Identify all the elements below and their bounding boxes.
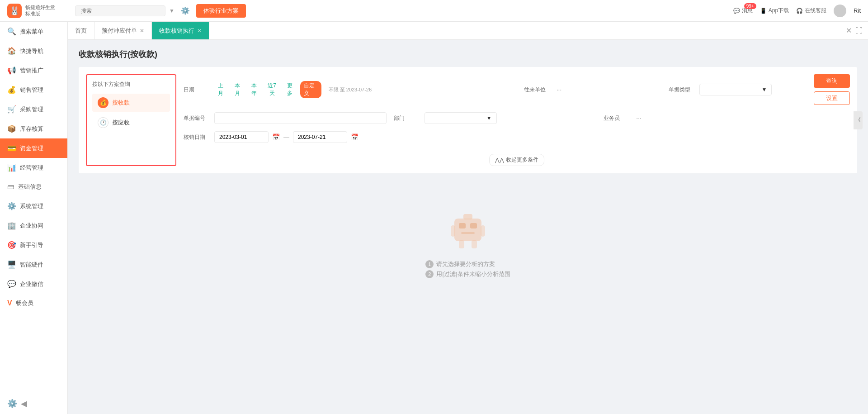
tab-bar-actions: ✕ ⛶ <box>840 26 868 35</box>
custom-tag[interactable]: 自定义 <box>300 81 321 98</box>
message-button[interactable]: 💬 消息 99+ <box>733 7 753 14</box>
query-button[interactable]: 查询 <box>814 74 850 88</box>
filter-panel-collapse-button[interactable]: 《 <box>854 111 863 129</box>
wechat-icon: 💬 <box>7 280 16 288</box>
dept-select[interactable]: ▼ <box>425 112 497 124</box>
filter-option-by-receipt[interactable]: 💰 按收款 <box>92 94 170 112</box>
sidebar-item-quick-nav[interactable]: 🏠 快捷导航 <box>0 41 67 61</box>
sidebar-item-enterprise[interactable]: 🏢 企业协同 <box>0 216 67 235</box>
service-icon: 🎧 <box>796 8 803 14</box>
filter-settings-button[interactable]: 设置 <box>814 91 850 105</box>
dropdown-arrow-icon[interactable]: ▼ <box>169 8 175 14</box>
collapse-up-icon: ⋀⋀ <box>495 157 504 163</box>
writeoff-date-group: 核销日期 📅 — 📅 <box>184 131 850 143</box>
writeoff-end-input[interactable] <box>293 131 347 143</box>
page-content: 收款核销执行(按收款) ↑ 导出 ↺ 刷新 按以下方案查询 💰 按收款 <box>68 40 868 414</box>
sidebar-settings-button[interactable]: ⚙️ <box>7 399 17 409</box>
this-month-button[interactable]: 本月 <box>231 81 244 98</box>
sidebar-item-label: 企业协同 <box>20 222 43 230</box>
last-7-days-button[interactable]: 近7天 <box>264 81 280 98</box>
search-icon: 🔍 <box>7 27 16 36</box>
receipt-icon: 💰 <box>98 97 108 108</box>
doc-no-group: 单据编号 <box>184 112 387 124</box>
sidebar-item-label: 采购管理 <box>20 105 43 114</box>
tab-receipt-writeoff[interactable]: 收款核销执行 ✕ <box>152 22 209 39</box>
svg-rect-7 <box>459 240 464 248</box>
online-service-button[interactable]: 🎧 在线客服 <box>796 7 826 14</box>
sidebar-item-guide[interactable]: 🎯 新手引导 <box>0 235 67 255</box>
collapse-conditions-button[interactable]: ⋀⋀ 收起更多条件 <box>489 154 544 166</box>
svg-rect-0 <box>454 219 481 241</box>
svg-rect-1 <box>459 223 466 228</box>
staff-label: 业务员 <box>604 114 631 122</box>
sidebar-item-wechat[interactable]: 💬 企业微信 <box>0 274 67 294</box>
date-group: 日期 上月 本月 本年 近7天 更多 自定义 <box>184 81 321 98</box>
doc-no-input[interactable] <box>214 112 387 124</box>
doc-type-label: 单据类型 <box>669 86 696 94</box>
tab-home[interactable]: 首页 <box>68 22 94 39</box>
more-button[interactable]: 更多 <box>283 81 297 98</box>
sidebar-item-label: 系统管理 <box>20 202 43 210</box>
date-separator: — <box>283 134 289 141</box>
sidebar-item-hardware[interactable]: 🖥️ 智能硬件 <box>0 255 67 274</box>
svg-rect-2 <box>470 223 477 228</box>
tab-prepay-close[interactable]: ✕ <box>140 28 144 34</box>
sidebar-item-operation[interactable]: 📊 经营管理 <box>0 158 67 177</box>
sidebar-item-purchase[interactable]: 🛒 采购管理 <box>0 100 67 119</box>
user-name: Rit <box>854 7 861 14</box>
member-icon: V <box>7 299 12 307</box>
collapse-conditions: ⋀⋀ 收起更多条件 <box>184 154 850 166</box>
date-label: 日期 <box>184 86 211 94</box>
industry-button[interactable]: 体验行业方案 <box>196 4 246 18</box>
sidebar-item-marketing[interactable]: 📢 营销推广 <box>0 61 67 80</box>
tab-expand-button[interactable]: ⛶ <box>855 27 863 35</box>
tab-receipt-writeoff-close[interactable]: ✕ <box>197 28 202 34</box>
enterprise-icon: 🏢 <box>7 221 16 230</box>
dept-group: 部门 ▼ <box>394 112 597 124</box>
filter-form: 日期 上月 本月 本年 近7天 更多 自定义 不限 至 2023-07-26 <box>184 74 850 166</box>
sidebar-item-inventory[interactable]: 📦 库存核算 <box>0 119 67 138</box>
doc-type-group: 单据类型 ▼ <box>669 84 807 95</box>
app-download-button[interactable]: 📱 App下载 <box>760 7 789 14</box>
tip-num-1: 1 <box>425 260 434 268</box>
sidebar-item-finance[interactable]: 💳 资金管理 <box>0 138 67 158</box>
hardware-icon: 🖥️ <box>7 260 16 269</box>
sidebar-item-sales[interactable]: 💰 销售管理 <box>0 80 67 100</box>
sidebar-item-system[interactable]: ⚙️ 系统管理 <box>0 196 67 216</box>
sidebar-item-label: 营销推广 <box>20 67 43 75</box>
calendar-end-icon[interactable]: 📅 <box>351 133 359 141</box>
avatar[interactable] <box>834 5 846 17</box>
message-badge: 99+ <box>744 3 756 9</box>
staff-more-button[interactable]: ··· <box>634 114 643 122</box>
tab-prepay[interactable]: 预付冲应付单 ✕ <box>94 22 152 39</box>
search-input[interactable] <box>75 5 165 16</box>
this-year-button[interactable]: 本年 <box>248 81 261 98</box>
tab-bar: 首页 预付冲应付单 ✕ 收款核销执行 ✕ ✕ ⛶ <box>68 22 868 40</box>
sidebar-collapse-button[interactable]: ◀ <box>21 399 27 409</box>
finance-icon: 💳 <box>7 144 16 152</box>
sidebar-item-basic[interactable]: 🗃 基础信息 <box>0 177 67 196</box>
counterpart-more-button[interactable]: ··· <box>555 86 564 93</box>
date-shortcuts: 上月 本月 本年 近7天 更多 自定义 <box>214 81 321 98</box>
sidebar-bottom: ⚙️ ◀ <box>0 393 67 414</box>
calendar-start-icon[interactable]: 📅 <box>272 133 280 141</box>
writeoff-date-range: 📅 — 📅 <box>214 131 359 143</box>
writeoff-date-label: 核销日期 <box>184 133 211 141</box>
settings-icon[interactable]: ⚙️ <box>178 4 193 18</box>
filter-option-by-receivable[interactable]: 🕐 按应收 <box>92 114 170 132</box>
last-month-button[interactable]: 上月 <box>214 81 227 98</box>
dept-label: 部门 <box>394 114 421 122</box>
top-bar: 🐰 畅捷通好生意 标准版 ▼ ⚙️ 体验行业方案 💬 消息 99+ 📱 App下… <box>0 0 868 22</box>
svg-rect-5 <box>451 225 455 237</box>
writeoff-start-input[interactable] <box>214 131 269 143</box>
purchase-icon: 🛒 <box>7 105 16 114</box>
doc-type-select[interactable]: ▼ <box>699 84 772 95</box>
guide-icon: 🎯 <box>7 241 16 249</box>
tab-close-all-button[interactable]: ✕ <box>846 26 852 35</box>
tip-num-2: 2 <box>425 270 434 278</box>
message-icon: 💬 <box>733 8 740 14</box>
sidebar-item-search[interactable]: 🔍 搜索菜单 <box>0 22 67 41</box>
counterpart-label: 往来单位 <box>524 86 551 94</box>
form-row-1: 日期 上月 本月 本年 近7天 更多 自定义 不限 至 2023-07-26 <box>184 74 850 105</box>
sidebar-item-member[interactable]: V 畅会员 <box>0 294 67 313</box>
